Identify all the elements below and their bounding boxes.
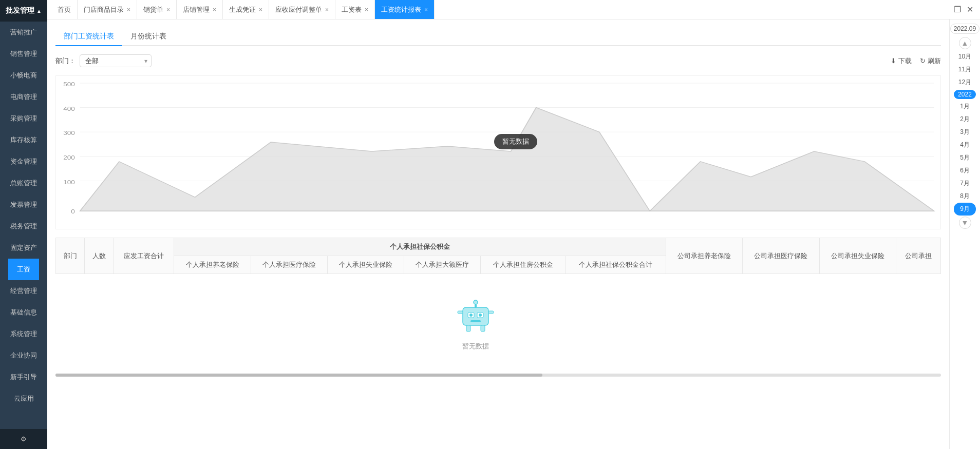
col-company-medical: 公司承担医疗保险 bbox=[743, 238, 819, 274]
tab-label-sales: 销货单 bbox=[143, 5, 163, 14]
sidebar-item-purchase[interactable]: 采购管理 bbox=[8, 108, 39, 129]
tab-store[interactable]: 店铺管理× bbox=[177, 0, 223, 19]
sidebar-header-label: 批发管理 bbox=[6, 6, 34, 15]
svg-rect-18 bbox=[470, 320, 481, 322]
sidebar-item-ledger[interactable]: 总账管理 bbox=[8, 172, 39, 194]
col-personal-insurance-total: 个人承担社保公积金合计 bbox=[566, 256, 666, 274]
timeline-up-button[interactable]: ▲ bbox=[959, 37, 971, 49]
timeline-month-6月[interactable]: 6月 bbox=[954, 164, 976, 177]
chevron-up-icon: ▲ bbox=[36, 8, 42, 14]
timeline-month-10月[interactable]: 10月 bbox=[954, 50, 976, 63]
timeline-month-4月[interactable]: 4月 bbox=[954, 139, 976, 151]
timeline-month-11月[interactable]: 11月 bbox=[954, 63, 976, 76]
dept-label: 部门： bbox=[55, 56, 76, 66]
timeline-month-1月[interactable]: 1月 bbox=[954, 100, 976, 113]
sidebar-item-enterprise[interactable]: 企业协同 bbox=[8, 345, 39, 366]
timeline-month-5月[interactable]: 5月 bbox=[954, 151, 976, 164]
sidebar-item-basic[interactable]: 基础信息 bbox=[8, 302, 39, 323]
data-table: 部门 人数 应发工资合计 个人承担社保公积金 公司承担养老保险 公司承担医疗保险… bbox=[55, 238, 941, 441]
empty-state: 暂无数据 bbox=[56, 274, 896, 372]
svg-rect-24 bbox=[481, 325, 485, 331]
tab-receivable[interactable]: 应收应付调整单× bbox=[269, 0, 335, 19]
sidebar-item-inventory[interactable]: 库存核算 bbox=[8, 129, 39, 151]
sidebar-item-tax[interactable]: 税务管理 bbox=[8, 216, 39, 237]
tab-close-store[interactable]: × bbox=[213, 6, 216, 13]
tab-close-payroll[interactable]: × bbox=[365, 6, 368, 13]
col-total-salary: 应发工资合计 bbox=[114, 238, 174, 274]
sub-tab-month-stats[interactable]: 月份统计表 bbox=[122, 28, 175, 46]
timeline-month-7月[interactable]: 7月 bbox=[954, 177, 976, 190]
toolbar-left: 部门： 全部 ▾ bbox=[55, 54, 152, 67]
tab-close-catalog[interactable]: × bbox=[127, 6, 130, 13]
sidebar-item-fixedasset[interactable]: 固定资产 bbox=[8, 237, 39, 259]
dept-select[interactable]: 全部 bbox=[80, 54, 152, 67]
svg-text:0: 0 bbox=[71, 208, 75, 214]
svg-point-17 bbox=[479, 314, 482, 317]
svg-marker-12 bbox=[80, 108, 934, 211]
settings-button[interactable]: ⚙ bbox=[0, 429, 47, 449]
timeline-month-12月[interactable]: 12月 bbox=[954, 76, 976, 89]
timeline-panel: 2022.09 ▲ 10月11月12月20221月2月3月4月5月6月7月8月9… bbox=[949, 19, 980, 449]
tab-payroll-report[interactable]: 工资统计报表× bbox=[375, 0, 435, 19]
col-personal-insurance-group: 个人承担社保公积金 bbox=[174, 238, 666, 256]
col-company-other: 公司承担 bbox=[896, 238, 940, 274]
timeline-year-2022: 2022 bbox=[954, 90, 976, 99]
timeline-month-3月[interactable]: 3月 bbox=[954, 126, 976, 139]
toolbar-right: ⬇ 下载 ↻ 刷新 bbox=[891, 56, 941, 66]
tab-catalog[interactable]: 门店商品目录× bbox=[78, 0, 137, 19]
sidebar-header[interactable]: 批发管理 ▲ bbox=[0, 0, 47, 22]
sidebar-item-sales[interactable]: 销售管理 bbox=[8, 43, 39, 65]
col-personal-medical: 个人承担医疗保险 bbox=[251, 256, 327, 274]
toolbar: 部门： 全部 ▾ ⬇ 下载 ↻ 刷新 bbox=[55, 54, 941, 67]
sidebar-item-mini[interactable]: 小畅电商 bbox=[8, 65, 39, 86]
refresh-icon: ↻ bbox=[920, 57, 926, 65]
tab-label-store: 店铺管理 bbox=[183, 5, 210, 14]
restore-button[interactable]: ❐ bbox=[953, 6, 962, 14]
sidebar-item-system[interactable]: 系统管理 bbox=[8, 323, 39, 345]
chart-svg: 500 400 300 200 100 0 bbox=[56, 76, 940, 229]
sidebar-item-finance[interactable]: 资金管理 bbox=[8, 151, 39, 172]
table-scroll-hint[interactable] bbox=[55, 374, 941, 377]
empty-icon bbox=[455, 295, 496, 336]
tab-close-receivable[interactable]: × bbox=[325, 6, 329, 13]
svg-rect-23 bbox=[466, 325, 470, 331]
timeline-down-button[interactable]: ▼ bbox=[959, 217, 971, 229]
svg-text:400: 400 bbox=[63, 106, 75, 112]
sidebar: 批发管理 ▲ 营销推广销售管理小畅电商电商管理采购管理库存核算资金管理总账管理发… bbox=[0, 0, 47, 449]
tab-label-payroll-report: 工资统计报表 bbox=[381, 5, 421, 14]
timeline-year-badge[interactable]: 2022.09 bbox=[950, 24, 979, 34]
svg-text:300: 300 bbox=[63, 130, 75, 136]
refresh-button[interactable]: ↻ 刷新 bbox=[920, 56, 941, 66]
sidebar-item-guide[interactable]: 新手引导 bbox=[8, 366, 39, 388]
timeline-month-8月[interactable]: 8月 bbox=[954, 190, 976, 203]
timeline-month-2月[interactable]: 2月 bbox=[954, 113, 976, 126]
sub-tab-dept-stats[interactable]: 部门工资统计表 bbox=[55, 28, 122, 46]
tab-label-catalog: 门店商品目录 bbox=[84, 5, 124, 14]
timeline-month-9月[interactable]: 9月 bbox=[954, 203, 976, 216]
sidebar-item-ecom[interactable]: 电商管理 bbox=[8, 86, 39, 108]
sidebar-item-salary[interactable]: 工资 bbox=[8, 259, 39, 280]
download-icon: ⬇ bbox=[891, 57, 896, 65]
tab-label-voucher: 生成凭证 bbox=[229, 5, 256, 14]
sidebar-item-operations[interactable]: 经营管理 bbox=[8, 280, 39, 302]
close-window-button[interactable]: ✕ bbox=[966, 6, 974, 14]
chart-container: 500 400 300 200 100 0 bbox=[55, 75, 941, 229]
main-area: 首页门店商品目录×销货单×店铺管理×生成凭证×应收应付调整单×工资表×工资统计报… bbox=[47, 0, 980, 449]
tab-label-receivable: 应收应付调整单 bbox=[275, 5, 322, 14]
tab-close-voucher[interactable]: × bbox=[259, 6, 262, 13]
sidebar-item-marketing[interactable]: 营销推广 bbox=[8, 22, 39, 43]
tab-home[interactable]: 首页 bbox=[51, 0, 78, 19]
gear-icon: ⚙ bbox=[21, 435, 27, 443]
tab-close-payroll-report[interactable]: × bbox=[424, 6, 428, 13]
svg-rect-13 bbox=[463, 307, 488, 325]
col-personal-housing-fund: 个人承担住房公积金 bbox=[481, 256, 566, 274]
tab-close-sales[interactable]: × bbox=[166, 6, 170, 13]
tab-sales[interactable]: 销货单× bbox=[137, 0, 177, 19]
tab-voucher[interactable]: 生成凭证× bbox=[223, 0, 269, 19]
download-button[interactable]: ⬇ 下载 bbox=[891, 56, 912, 66]
tab-payroll[interactable]: 工资表× bbox=[335, 0, 375, 19]
sidebar-item-invoice[interactable]: 发票管理 bbox=[8, 194, 39, 216]
col-company-pension: 公司承担养老保险 bbox=[666, 238, 743, 274]
sidebar-item-cloud[interactable]: 云应用 bbox=[8, 388, 39, 409]
sub-tabs: 部门工资统计表月份统计表 bbox=[55, 28, 941, 46]
